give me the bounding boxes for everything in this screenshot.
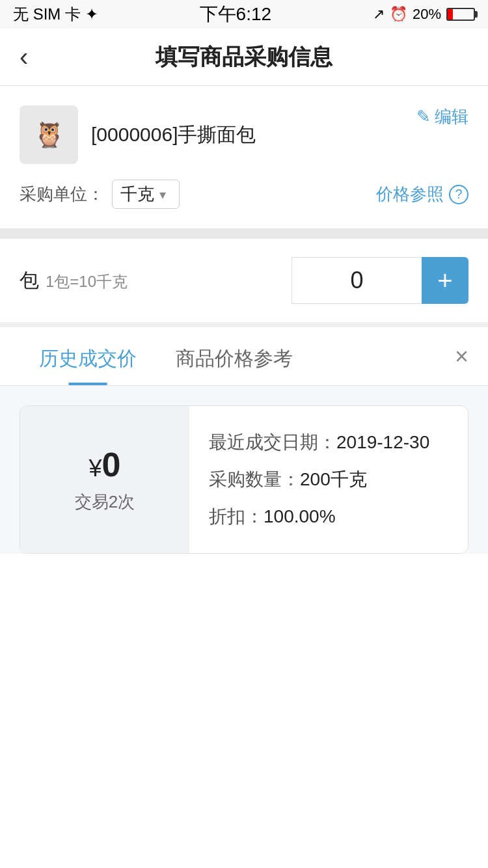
section-divider <box>0 228 488 239</box>
price-amount: ¥0 <box>89 445 121 484</box>
discount-value: 100.00% <box>264 506 336 526</box>
unit-value: 千克 <box>120 183 154 206</box>
date-label: 最近成交日期： <box>209 432 336 452</box>
qty-unit-label: 包 <box>20 267 39 294</box>
card-left: ¥0 交易2次 <box>20 406 189 553</box>
product-thumbnail: 🦉 <box>20 105 78 164</box>
back-button[interactable]: ‹ <box>20 42 28 72</box>
unit-arrow-icon: ▾ <box>159 187 166 202</box>
currency-symbol: ¥ <box>89 455 102 481</box>
date-value: 2019-12-30 <box>336 432 429 452</box>
product-section: 🦉 [0000006]手撕面包 ✎ 编辑 采购单位： 千克 ▾ 价格参照 ? <box>0 86 488 228</box>
quantity-row: 包 1包=10千克 0 + <box>0 239 488 322</box>
page-title: 填写商品采购信息 <box>156 42 332 72</box>
qty-plus-button[interactable]: + <box>422 257 468 304</box>
qty-detail-value: 200千克 <box>300 469 367 489</box>
qty-value: 0 <box>350 267 363 294</box>
tab-price-reference[interactable]: 商品价格参考 <box>156 327 312 385</box>
help-icon-symbol: ? <box>455 187 462 202</box>
tabs-header: 历史成交价 商品价格参考 × <box>0 327 488 386</box>
qty-input-group: 0 + <box>291 257 468 304</box>
product-logo-icon: 🦉 <box>34 120 64 149</box>
location-icon: ↗ <box>373 6 385 23</box>
tab-history-label: 历史成交价 <box>39 347 137 369</box>
qty-detail-label: 采购数量： <box>209 469 300 489</box>
edit-label: 编辑 <box>435 105 468 128</box>
unit-label: 采购单位： <box>20 183 104 206</box>
price-ref-label: 价格参照 <box>376 183 444 206</box>
sim-label: 无 SIM 卡 ✦ <box>13 4 98 25</box>
help-icon[interactable]: ? <box>449 185 468 204</box>
status-time: 下午6:12 <box>200 2 272 27</box>
battery-percent: 20% <box>413 6 441 23</box>
qty-input[interactable]: 0 <box>291 257 422 304</box>
bottom-area <box>0 554 488 868</box>
trade-count: 交易2次 <box>75 491 135 513</box>
battery-icon <box>446 8 475 21</box>
tab-price-ref-label: 商品价格参考 <box>176 347 293 369</box>
card-qty-row: 采购数量：200千克 <box>209 467 448 492</box>
qty-conversion-label: 1包=10千克 <box>46 271 128 292</box>
card-right: 最近成交日期：2019-12-30 采购数量：200千克 折扣：100.00% <box>189 406 468 553</box>
unit-select[interactable]: 千克 ▾ <box>112 180 180 209</box>
price-value: 0 <box>102 446 121 483</box>
product-left: 🦉 [0000006]手撕面包 <box>20 105 256 164</box>
product-meta: 采购单位： 千克 ▾ 价格参照 ? <box>20 180 468 209</box>
discount-label: 折扣： <box>209 506 264 526</box>
price-card: ¥0 交易2次 最近成交日期：2019-12-30 采购数量：200千克 折扣：… <box>20 405 468 554</box>
price-ref-button[interactable]: 价格参照 ? <box>376 183 468 206</box>
product-name: [0000006]手撕面包 <box>91 122 256 148</box>
alarm-icon: ⏰ <box>390 6 407 23</box>
card-date-row: 最近成交日期：2019-12-30 <box>209 429 448 455</box>
card-container: ¥0 交易2次 最近成交日期：2019-12-30 采购数量：200千克 折扣：… <box>0 386 488 554</box>
tabs-section: 历史成交价 商品价格参考 × ¥0 交易2次 最近成交日期：2019-12-30… <box>0 327 488 554</box>
tab-history-price[interactable]: 历史成交价 <box>20 327 156 385</box>
qty-label-group: 包 1包=10千克 <box>20 267 128 294</box>
status-bar: 无 SIM 卡 ✦ 下午6:12 ↗ ⏰ 20% <box>0 0 488 29</box>
tabs-close-button[interactable]: × <box>455 343 468 370</box>
card-discount-row: 折扣：100.00% <box>209 504 448 529</box>
status-right: ↗ ⏰ 20% <box>373 6 475 23</box>
unit-row: 采购单位： 千克 ▾ <box>20 180 180 209</box>
edit-button[interactable]: ✎ 编辑 <box>416 105 468 128</box>
nav-bar: ‹ 填写商品采购信息 <box>0 29 488 86</box>
product-header: 🦉 [0000006]手撕面包 ✎ 编辑 <box>20 105 468 164</box>
edit-icon: ✎ <box>416 107 431 127</box>
status-left: 无 SIM 卡 ✦ <box>13 4 98 25</box>
